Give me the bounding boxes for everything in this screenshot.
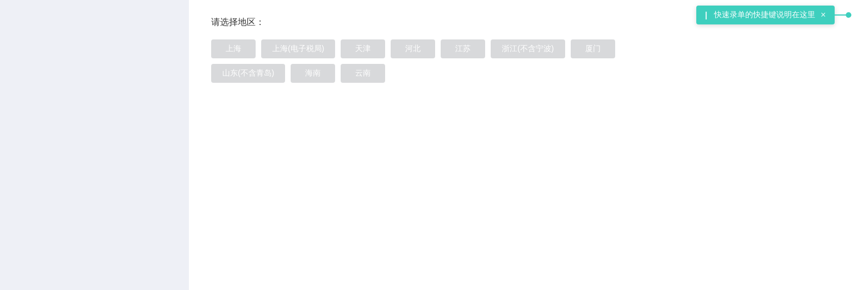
main-content: 请选择地区： 上海上海(电子税局)天津河北江苏浙江(不含宁波)厦门 山东(不含青… <box>189 0 868 290</box>
tooltip-close-button[interactable]: × <box>821 11 826 19</box>
region-button-tianjin[interactable]: 天津 <box>341 39 385 58</box>
region-button-shandong[interactable]: 山东(不含青岛) <box>211 64 285 83</box>
tooltip-connector-dot <box>846 12 851 18</box>
region-button-yunnan[interactable]: 云南 <box>341 64 385 83</box>
region-button-shanghai[interactable]: 上海 <box>211 39 256 58</box>
sidebar <box>0 0 189 290</box>
region-buttons-row-2: 山东(不含青岛)海南云南 <box>211 64 846 83</box>
region-button-shanghai-etax[interactable]: 上海(电子税局) <box>261 39 335 58</box>
region-button-hebei[interactable]: 河北 <box>391 39 435 58</box>
tooltip-text: 快速录单的快捷键说明在这里 <box>714 10 815 20</box>
region-button-xiamen[interactable]: 厦门 <box>571 39 615 58</box>
region-button-jiangsu[interactable]: 江苏 <box>441 39 485 58</box>
region-button-hainan[interactable]: 海南 <box>291 64 335 83</box>
region-buttons-row-1: 上海上海(电子税局)天津河北江苏浙江(不含宁波)厦门 <box>211 39 846 58</box>
region-button-zhejiang[interactable]: 浙江(不含宁波) <box>491 39 565 58</box>
tooltip-popup: 快速录单的快捷键说明在这里 × <box>696 6 835 24</box>
